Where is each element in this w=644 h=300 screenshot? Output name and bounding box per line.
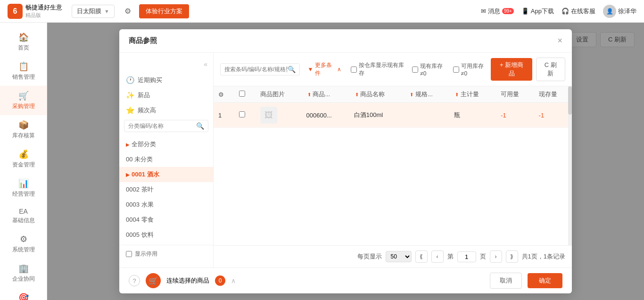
category-0002[interactable]: 0002 茶叶 bbox=[119, 182, 213, 197]
gear-button[interactable]: ⚙ bbox=[120, 4, 135, 19]
guide-icon: 🎯 bbox=[18, 292, 29, 300]
confirm-button[interactable]: 确定 bbox=[528, 273, 562, 288]
app-download-item[interactable]: 📱 App下载 bbox=[521, 7, 554, 16]
col-code[interactable]: ⬆ 商品... bbox=[302, 86, 349, 103]
sidebar-item-purchase[interactable]: 🛒 采购管理 bbox=[0, 86, 47, 115]
sidebar-label-sales: 销售管理 bbox=[12, 73, 35, 81]
cell-seq: 1 bbox=[214, 103, 234, 128]
new-product-item[interactable]: ✨ 新品 bbox=[119, 88, 213, 103]
left-panel: « 🕐 近期购买 ✨ 新品 ⭐ 频次高 bbox=[119, 53, 214, 267]
trial-button[interactable]: 体验行业方案 bbox=[139, 4, 189, 18]
by-warehouse-checkbox[interactable] bbox=[351, 67, 357, 73]
page-size-label: 每页显示 bbox=[357, 252, 382, 261]
user-profile[interactable]: 👤 徐泽华 bbox=[603, 5, 636, 18]
col-unit[interactable]: ⬆ 主计量 bbox=[449, 86, 496, 103]
sidebar-item-corp[interactable]: 🏢 企业协同 bbox=[0, 258, 47, 288]
category-search[interactable]: 🔍 bbox=[124, 120, 208, 132]
online-service-item[interactable]: 🎧 在线客服 bbox=[561, 7, 595, 16]
category-0003[interactable]: 0003 水果 bbox=[119, 197, 213, 212]
refresh-button[interactable]: C 刷新 bbox=[536, 58, 565, 81]
filter-checkboxes: 按仓库显示现有库存 现有库存≠0 可用库存≠0 bbox=[351, 61, 487, 77]
select-all-checkbox[interactable] bbox=[239, 91, 245, 97]
avatar: 👤 bbox=[603, 5, 616, 18]
recent-purchase-item[interactable]: 🕐 近期购买 bbox=[119, 73, 213, 88]
help-button[interactable]: ? bbox=[129, 275, 140, 286]
usable-not-zero-checkbox[interactable] bbox=[453, 67, 459, 73]
new-icon: ✨ bbox=[126, 91, 135, 100]
next-page-button[interactable]: › bbox=[490, 250, 502, 263]
sidebar-item-ops[interactable]: 📊 经营管理 bbox=[0, 174, 47, 203]
modal-close-button[interactable]: × bbox=[557, 36, 562, 46]
gear-col-icon[interactable]: ⚙ bbox=[218, 91, 224, 98]
last-page-button[interactable]: ⟫ bbox=[506, 250, 518, 263]
page-size-select[interactable]: 50 10 20 100 bbox=[386, 251, 412, 262]
product-search-input[interactable] bbox=[224, 66, 288, 73]
row-checkbox[interactable] bbox=[239, 111, 245, 117]
add-product-button[interactable]: + 新增商品 bbox=[491, 58, 532, 81]
modal-header: 商品参照 × bbox=[119, 29, 572, 53]
checkbox-available-not-zero[interactable]: 现有库存≠0 bbox=[412, 62, 446, 77]
sidebar-item-basic[interactable]: EA 基础信息 bbox=[0, 203, 47, 229]
modal-body: « 🕐 近期购买 ✨ 新品 ⭐ 频次高 bbox=[119, 53, 572, 267]
category-0001[interactable]: ▶ 0001 酒水 bbox=[119, 167, 213, 182]
show-disabled-label: 显示停用 bbox=[135, 250, 157, 258]
cell-checkbox[interactable] bbox=[234, 103, 256, 128]
frequent-item[interactable]: ⭐ 频次高 bbox=[119, 103, 213, 118]
ops-icon: 📊 bbox=[18, 178, 29, 189]
show-disabled-area: 显示停用 bbox=[119, 245, 213, 263]
nav-right: ✉ 消息 99+ 📱 App下载 🎧 在线客服 👤 徐泽华 bbox=[481, 5, 636, 18]
sort-spec-icon: ⬆ bbox=[410, 92, 413, 97]
sidebar-item-finance[interactable]: 💰 资金管理 bbox=[0, 144, 47, 174]
left-panel-header: « bbox=[119, 58, 213, 73]
cancel-button[interactable]: 取消 bbox=[490, 273, 522, 289]
inventory-icon: 📦 bbox=[18, 120, 29, 130]
first-page-button[interactable]: ⟪ bbox=[415, 250, 428, 263]
cell-spec bbox=[404, 103, 449, 128]
category-all[interactable]: ▶ 全部分类 bbox=[119, 137, 213, 152]
sidebar-item-home[interactable]: 🏠 首页 bbox=[0, 27, 47, 57]
prev-page-button[interactable]: ‹ bbox=[431, 250, 444, 263]
sort-icon: ⬆ bbox=[307, 92, 311, 97]
checkbox-usable-not-zero[interactable]: 可用库存≠0 bbox=[453, 62, 487, 77]
cell-stock: -1 bbox=[534, 103, 572, 128]
cell-unit: 瓶 bbox=[449, 103, 496, 128]
message-icon: ✉ bbox=[481, 8, 486, 15]
collapse-arrow-icon[interactable]: ∧ bbox=[231, 277, 236, 284]
collapse-panel-button[interactable]: « bbox=[204, 60, 207, 68]
scrollbar-track bbox=[568, 86, 572, 245]
cell-name: 白酒100ml bbox=[349, 103, 405, 128]
cart-icon[interactable]: 🛒 bbox=[146, 273, 161, 288]
sort-name-icon: ⬆ bbox=[355, 92, 359, 97]
sidebar-label-home: 首页 bbox=[18, 44, 29, 52]
sidebar-item-guide[interactable]: 🎯 新手引导 bbox=[0, 288, 47, 300]
purchase-icon: 🛒 bbox=[18, 91, 29, 101]
scrollbar-thumb[interactable] bbox=[568, 86, 572, 115]
search-submit-icon[interactable]: 🔍 bbox=[288, 66, 296, 73]
messages-item[interactable]: ✉ 消息 99+ bbox=[481, 7, 514, 16]
clock-icon: 🕐 bbox=[126, 76, 135, 84]
available-not-zero-checkbox[interactable] bbox=[412, 67, 418, 73]
sidebar-item-system[interactable]: ⚙ 系统管理 bbox=[0, 229, 47, 258]
page-label2: 页 bbox=[480, 252, 486, 261]
sidebar-label-corp: 企业协同 bbox=[12, 275, 35, 283]
filter-icon: ▼ bbox=[307, 66, 313, 73]
sidebar-item-inventory[interactable]: 📦 库存核算 bbox=[0, 115, 47, 144]
col-spec[interactable]: ⬆ 规格... bbox=[404, 86, 449, 103]
category-00[interactable]: 00 未分类 bbox=[119, 152, 213, 167]
sidebar-item-sales[interactable]: 📋 销售管理 bbox=[0, 57, 47, 86]
more-filter-button[interactable]: ▼ 更多条件 ∧ bbox=[304, 59, 345, 79]
cart-count: 0 bbox=[215, 275, 225, 286]
show-disabled-checkbox[interactable] bbox=[126, 251, 132, 257]
page-input[interactable] bbox=[457, 251, 476, 262]
cell-code: 000600... bbox=[302, 103, 349, 128]
sidebar-label-purchase: 采购管理 bbox=[12, 102, 35, 110]
category-0004[interactable]: 0004 零食 bbox=[119, 212, 213, 227]
company-selector[interactable]: 日太阳膜 ▼ bbox=[72, 5, 115, 18]
col-name[interactable]: ⬆ 商品名称 bbox=[349, 86, 405, 103]
checkbox-by-warehouse[interactable]: 按仓库显示现有库存 bbox=[351, 61, 405, 77]
product-search-box[interactable]: 🔍 bbox=[220, 63, 300, 75]
category-0005[interactable]: 0005 饮料 bbox=[119, 227, 213, 242]
table-row[interactable]: 1 🖼 000600... 白酒100ml bbox=[214, 103, 572, 128]
system-icon: ⚙ bbox=[20, 234, 27, 244]
category-search-input[interactable] bbox=[128, 123, 196, 129]
